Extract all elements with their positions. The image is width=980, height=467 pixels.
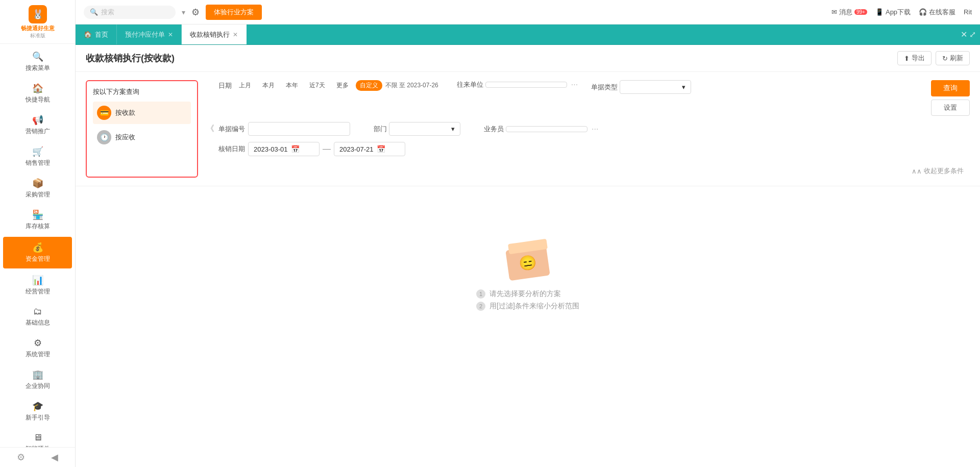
finance-icon: 💰 [32,242,43,253]
settings-button[interactable]: 设置 [931,100,970,116]
purchase-icon: 📦 [32,178,43,189]
app-label: App下载 [886,8,911,17]
app-download-button[interactable]: 📱 App下载 [875,8,911,17]
verify-date-end-input[interactable]: 2023-07-21 📅 [334,142,405,156]
date-btn-7days[interactable]: 近7天 [305,80,329,91]
sidebar-item-hardware[interactable]: 🖥 智能硬件 [0,427,75,447]
bill-type-select[interactable]: ▾ [620,80,691,94]
customer-service-button[interactable]: 🎧 在线客服 [919,8,955,17]
tab-close-icon[interactable]: ✕ [168,31,173,38]
sidebar-item-label: 资金管理 [26,255,50,263]
logo-icon: 🐰 [29,5,47,23]
tab-actions: ✕ ⤢ [957,24,980,44]
user-name: Rit [964,8,972,16]
tab-close-icon[interactable]: ✕ [233,31,238,38]
collapse-more-button[interactable]: ∧∧ 收起更多条件 [905,164,970,178]
select-arrow-icon: ▾ [451,125,455,133]
verify-date-end: 2023-07-21 [339,145,374,153]
collapse-panel-btn[interactable]: 《 [206,80,214,178]
date-btn-this-year[interactable]: 本年 [282,80,302,91]
verify-date-start-input[interactable]: 2023-03-01 📅 [248,142,320,156]
counterpart-input[interactable] [485,82,567,88]
filter-scheme-title: 按以下方案查询 [93,87,191,96]
date-label: 日期 [218,81,232,90]
collapse-sidebar-icon[interactable]: ◀ [51,452,58,463]
tip-number: 2 [476,302,485,311]
empty-tips: 1 请先选择要分析的方案 2 用[过滤]条件来缩小分析范围 [476,289,579,311]
app-icon: 📱 [875,8,884,16]
dept-select[interactable]: ▾ [389,122,460,136]
filter-counterpart-field: 往来单位 ··· [457,80,578,89]
sidebar-item-search[interactable]: 🔍 搜索菜单 [0,46,75,78]
sidebar-item-purchase[interactable]: 📦 采购管理 [0,173,75,204]
tip-text: 请先选择要分析的方案 [489,289,561,299]
filter-salesperson-field: 业务员 ··· [484,125,598,134]
sidebar-item-guide[interactable]: 🎓 新手引导 [0,396,75,427]
messages-button[interactable]: ✉ 消息 99+ [831,8,867,17]
main-area: 🔍 搜索 ▾ ⚙ 体验行业方案 ✉ 消息 99+ 📱 App下载 🎧 在线客服 … [76,0,980,467]
bill-no-input[interactable] [248,122,350,136]
refresh-button[interactable]: ↻ 刷新 [936,51,970,65]
maximize-tab-icon[interactable]: ⤢ [969,30,976,39]
filter-option-by-receivable[interactable]: 🕐 按应收 [93,126,191,149]
service-icon: 🎧 [919,8,927,16]
tabbar: 🏠 首页 预付冲应付单 ✕ 收款核销执行 ✕ ✕ ⤢ [76,24,980,45]
app-logo: 🐰 畅捷通好生意 标准版 [0,0,75,44]
sidebar-item-enterprise[interactable]: 🏢 企业协同 [0,364,75,396]
empty-tip-1: 1 请先选择要分析的方案 [476,289,579,299]
sidebar-item-shortcut[interactable]: 🏠 快捷导航 [0,78,75,109]
verify-date-start: 2023-03-01 [254,145,288,153]
sidebar-item-inventory[interactable]: 🏪 库存核算 [0,204,75,236]
logo-main: 畅捷通好生意 [21,24,55,32]
tab-prepay[interactable]: 预付冲应付单 ✕ [117,24,182,44]
salesperson-input[interactable] [506,126,587,132]
tab-home[interactable]: 🏠 首页 [76,24,117,44]
sidebar-item-operation[interactable]: 📊 经营管理 [0,269,75,301]
search-icon: 🔍 [32,51,43,62]
sidebar-item-label: 库存核算 [26,222,50,231]
filter-row-1: 日期 上月 本月 本年 近7天 更多 自定义 不限 至 2023-07-26 [218,80,970,116]
date-btn-this-month[interactable]: 本月 [258,80,279,91]
calendar-icon: 📅 [377,145,385,153]
query-button[interactable]: 查询 [931,80,970,96]
settings-bottom-icon[interactable]: ⚙ [17,452,25,463]
by-receipt-icon: 💳 [97,106,111,120]
filter-option-label: 按收款 [115,108,135,117]
sidebar-item-basic[interactable]: 🗂 基础信息 [0,301,75,332]
message-icon: ✉ [831,8,837,16]
filter-billno-field: 单据编号 [218,122,350,136]
message-badge: 99+ [854,9,867,15]
filter-option-by-receipt[interactable]: 💳 按收款 [93,102,191,124]
home-icon: 🏠 [32,83,43,94]
topbar-dropdown-icon[interactable]: ▾ [182,8,185,16]
sidebar-item-finance[interactable]: 💰 资金管理 [3,237,72,268]
export-button[interactable]: ⬆ 导出 [897,51,932,65]
select-arrow-icon: ▾ [682,83,685,91]
date-btn-custom[interactable]: 自定义 [356,80,382,91]
logo-sub: 标准版 [30,32,45,39]
verify-date-range: 2023-03-01 📅 — 2023-07-21 📅 [248,142,405,156]
sidebar-item-label: 采购管理 [26,190,50,199]
messages-label: 消息 [839,8,852,17]
salesperson-more-icon[interactable]: ··· [592,125,598,134]
sidebar: 🐰 畅捷通好生意 标准版 🔍 搜索菜单 🏠 快捷导航 📢 营销推广 🛒 销售管理… [0,0,76,467]
page-actions: ⬆ 导出 ↻ 刷新 [897,51,970,65]
sidebar-item-label: 新手引导 [26,413,50,422]
topbar-settings-icon[interactable]: ⚙ [191,7,200,18]
sidebar-item-sales[interactable]: 🛒 销售管理 [0,141,75,173]
date-btn-last-month[interactable]: 上月 [235,80,255,91]
refresh-icon: ↻ [942,55,948,62]
global-search[interactable]: 🔍 搜索 [84,6,176,19]
counterpart-more-icon[interactable]: ··· [571,80,578,89]
collapse-more-label: 收起更多条件 [924,166,964,176]
topbar: 🔍 搜索 ▾ ⚙ 体验行业方案 ✉ 消息 99+ 📱 App下载 🎧 在线客服 … [76,0,980,24]
user-profile[interactable]: Rit [964,8,972,16]
date-shortcuts: 上月 本月 本年 近7天 更多 自定义 [235,80,382,91]
solution-button[interactable]: 体验行业方案 [206,5,262,20]
close-tab-icon[interactable]: ✕ [961,30,967,39]
counterpart-label: 往来单位 [457,80,483,89]
tab-receipts[interactable]: 收款核销执行 ✕ [182,24,247,44]
sidebar-item-system[interactable]: ⚙ 系统管理 [0,332,75,364]
sidebar-item-marketing[interactable]: 📢 营销推广 [0,109,75,141]
date-btn-more[interactable]: 更多 [332,80,353,91]
